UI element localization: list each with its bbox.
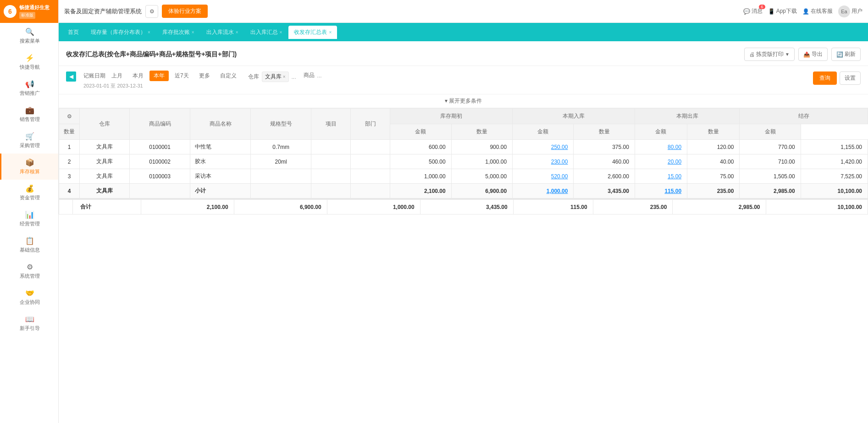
table-row: 4 文具库 小计 2,100.00 6,900.00 1,000.00 3,43… <box>59 184 868 198</box>
col-opening-qty: 数量 <box>59 124 80 140</box>
footer-label: 合计 <box>73 200 141 214</box>
expand-more-button[interactable]: ▾ 展开更多条件 <box>59 94 868 108</box>
sidebar-logo: 6 畅捷通好生意 标准版 <box>0 0 58 23</box>
sidebar-item-1[interactable]: ⚡快捷导航 <box>0 49 58 75</box>
footer-row: 合计 2,100.00 6,900.00 1,000.00 3,435.00 1… <box>59 200 868 214</box>
warehouse-filter-label: 仓库 <box>248 73 259 81</box>
sidebar-item-3[interactable]: 💼销售管理 <box>0 101 58 127</box>
page-header: 收发存汇总表(按仓库+商品编码+商品+规格型号+项目+部门) 🖨 拣货版打印 ▼… <box>59 41 868 66</box>
sidebar-item-8[interactable]: 📋基础信息 <box>0 232 58 258</box>
footer-in-qty: 1,000.00 <box>327 200 420 214</box>
table-settings-col[interactable]: ⚙ <box>59 109 80 124</box>
col-in-qty: 数量 <box>451 124 512 140</box>
filter-toggle-button[interactable]: ◀ <box>66 71 76 82</box>
header-left: 装备及固定资产辅助管理系统 ⚙ 体验行业方案 <box>64 5 208 18</box>
online-service-button[interactable]: 👤 在线客服 <box>802 7 833 15</box>
filter-bar: ◀ 记账日期 上月 本月 本年 近7天 更多 自定义 <box>59 66 868 94</box>
footer-close-amt: 10,100.00 <box>766 200 868 214</box>
date-filter-label: 记账日期 <box>83 72 105 80</box>
col-closing-amt: 金额 <box>740 124 801 140</box>
col-closing-qty: 数量 <box>687 124 740 140</box>
sidebar-item-5[interactable]: 📦库存核算 <box>0 154 58 180</box>
col-goods-spec: 规格型号 <box>251 109 311 140</box>
date-range-display: 2023-01-01 至 2023-12-31 <box>83 82 241 89</box>
tab-bar: 首页现存量（库存分布表）×库存批次账×出入库流水×出入库汇总×收发存汇总表× <box>59 23 868 41</box>
sidebar-item-11[interactable]: 📖新手引导 <box>0 310 58 336</box>
tab-0[interactable]: 首页 <box>62 26 84 39</box>
tab-close-4[interactable]: × <box>280 30 282 35</box>
date-option-more[interactable]: 更多 <box>195 71 214 81</box>
tab-close-5[interactable]: × <box>329 30 332 35</box>
sidebar-item-6[interactable]: 💰资金管理 <box>0 180 58 206</box>
page-title: 收发存汇总表(按仓库+商品编码+商品+规格型号+项目+部门) <box>66 50 237 59</box>
sidebar-item-7[interactable]: 📊经营管理 <box>0 206 58 232</box>
print-button[interactable]: 🖨 拣货版打印 ▼ <box>744 48 795 61</box>
tab-4[interactable]: 出入库汇总× <box>245 26 288 39</box>
col-out-group: 本期出库 <box>635 109 739 124</box>
tab-5[interactable]: 收发存汇总表× <box>288 26 337 39</box>
date-option-this-month[interactable]: 本月 <box>128 71 148 81</box>
filter-settings-button[interactable]: 设置 <box>840 71 861 85</box>
footer-close-qty: 2,985.00 <box>673 200 766 214</box>
tab-close-1[interactable]: × <box>148 30 150 35</box>
col-in-group: 本期入库 <box>513 109 635 124</box>
query-button[interactable]: 查询 <box>813 71 837 85</box>
date-option-7days[interactable]: 近7天 <box>171 71 193 81</box>
sidebar-item-2[interactable]: 📢营销推广 <box>0 75 58 101</box>
date-filter-group: 记账日期 上月 本月 本年 近7天 更多 自定义 2023-01-01 至 20… <box>83 71 241 89</box>
col-department: 部门 <box>351 109 390 140</box>
tab-3[interactable]: 出入库流水× <box>201 26 244 39</box>
user-button[interactable]: Ea 用户 <box>838 5 862 17</box>
col-warehouse: 仓库 <box>80 109 130 140</box>
sidebar-item-0[interactable]: 🔍搜索菜单 <box>0 23 58 49</box>
footer-open-qty: 2,100.00 <box>141 200 234 214</box>
tab-1[interactable]: 现存量（库存分布表）× <box>85 26 156 39</box>
filter-content: 记账日期 上月 本月 本年 近7天 更多 自定义 2023-01-01 至 20… <box>83 71 861 89</box>
warehouse-more-button[interactable]: ... <box>292 74 296 80</box>
sidebar-item-9[interactable]: ⚙系统管理 <box>0 258 58 284</box>
footer-open-amt: 6,900.00 <box>234 200 327 214</box>
tab-close-2[interactable]: × <box>192 30 194 35</box>
app-download-button[interactable]: 📱 App下载 <box>768 7 797 15</box>
message-button[interactable]: 💬 消息 6 <box>743 7 763 15</box>
sidebar-item-4[interactable]: 🛒采购管理 <box>0 127 58 154</box>
col-project: 项目 <box>311 109 351 140</box>
sidebar-menu: 🔍搜索菜单⚡快捷导航📢营销推广💼销售管理🛒采购管理📦库存核算💰资金管理📊经营管理… <box>0 23 58 423</box>
date-option-this-year[interactable]: 本年 <box>149 71 169 81</box>
col-out-amt: 金额 <box>635 124 687 140</box>
table-row: 2 文具库 0100002 胶水 20ml 500.00 1,000.00 23… <box>59 154 868 169</box>
date-option-last-month[interactable]: 上月 <box>107 71 127 81</box>
warehouse-tag-close[interactable]: × <box>283 74 286 79</box>
main-content: 装备及固定资产辅助管理系统 ⚙ 体验行业方案 💬 消息 6 📱 App下载 👤 … <box>59 0 868 423</box>
table-row: 3 文具库 0100003 采访本 1,000.00 5,000.00 520.… <box>59 169 868 184</box>
col-goods-code: 商品编码 <box>130 109 190 140</box>
footer-table: 合计 2,100.00 6,900.00 1,000.00 3,435.00 1… <box>59 199 868 214</box>
filter-action-btns: 查询 设置 <box>813 71 861 85</box>
footer-out-amt: 235.00 <box>593 200 673 214</box>
sidebar-item-10[interactable]: 🤝企业协同 <box>0 284 58 310</box>
tab-2[interactable]: 库存批次账× <box>157 26 200 39</box>
warehouse-filter-group: 仓库 文具库 × ... <box>248 71 296 82</box>
page-content: 收发存汇总表(按仓库+商品编码+商品+规格型号+项目+部门) 🖨 拣货版打印 ▼… <box>59 41 868 423</box>
logo-text: 畅捷通好生意 标准版 <box>19 4 50 19</box>
top-header: 装备及固定资产辅助管理系统 ⚙ 体验行业方案 💬 消息 6 📱 App下载 👤 … <box>59 0 868 23</box>
header-right: 💬 消息 6 📱 App下载 👤 在线客服 Ea 用户 <box>743 5 862 17</box>
goods-more-button[interactable]: ... <box>317 72 322 79</box>
col-opening-group: 库存期初 <box>390 109 513 124</box>
trial-button[interactable]: 体验行业方案 <box>162 5 208 18</box>
date-option-custom[interactable]: 自定义 <box>216 71 241 81</box>
footer-out-qty: 115.00 <box>513 200 593 214</box>
table-row: 1 文具库 0100001 中性笔 0.7mm 600.00 900.00 25… <box>59 140 868 154</box>
refresh-button[interactable]: 🔄 刷新 <box>831 48 861 61</box>
col-opening-amt: 金额 <box>390 124 451 140</box>
export-button[interactable]: 📤 导出 <box>798 48 828 61</box>
warehouse-tag: 文具库 × <box>262 71 289 82</box>
footer-bar: 合计 2,100.00 6,900.00 1,000.00 3,435.00 1… <box>59 198 868 214</box>
filter-row: 记账日期 上月 本月 本年 近7天 更多 自定义 2023-01-01 至 20… <box>83 71 861 89</box>
logo-icon: 6 <box>4 5 17 18</box>
col-goods-name: 商品名称 <box>190 109 251 140</box>
data-table: ⚙ 仓库 商品编码 商品名称 规格型号 项目 部门 库存期初 本期入库 本期出库… <box>59 108 868 198</box>
tab-close-3[interactable]: × <box>236 30 238 35</box>
col-closing-group: 结存 <box>740 109 868 124</box>
header-settings-button[interactable]: ⚙ <box>145 5 158 18</box>
